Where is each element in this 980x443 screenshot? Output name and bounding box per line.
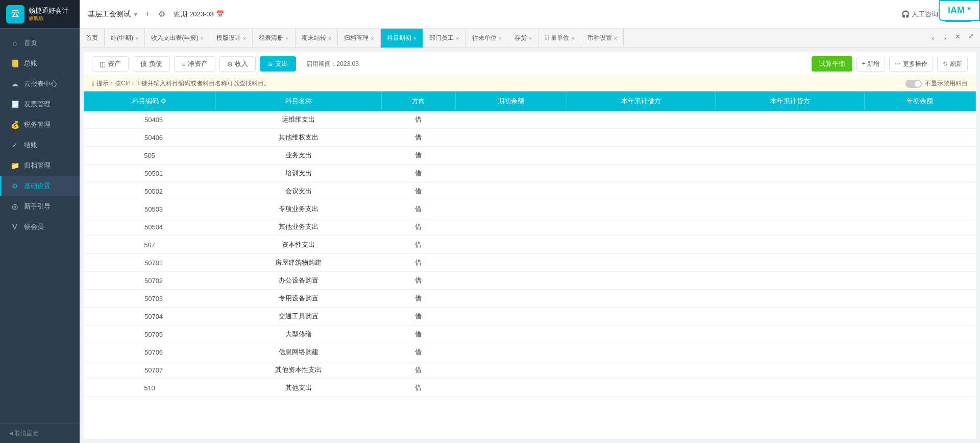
cell-code-7: 507 — [84, 236, 215, 254]
tab-label-9: 往来单位 — [472, 34, 497, 42]
table-row[interactable]: 50704交通工具购置借 — [84, 308, 976, 325]
tab-7[interactable]: 科目期初× — [381, 29, 423, 48]
settings-gear-icon[interactable]: ⚙ — [156, 8, 168, 20]
more-button[interactable]: ⋯ 更多操作 — [889, 57, 933, 72]
cell-balance-5 — [455, 200, 567, 218]
tab-close-4[interactable]: × — [285, 35, 288, 41]
tab-close-all-button[interactable]: × — [951, 32, 964, 44]
tab-1[interactable]: 结(中期)× — [105, 29, 145, 48]
tab-close-12[interactable]: × — [614, 35, 617, 41]
nav-icon-close: ✓ — [10, 140, 20, 150]
toggle-switch[interactable] — [905, 80, 922, 88]
sidebar-item-reports[interactable]: ☁云报表中心 — [0, 74, 80, 94]
table-row[interactable]: 505业务支出借 — [84, 147, 976, 165]
cell-debit-4 — [567, 182, 716, 200]
subtab-支出[interactable]: ≋支出 — [260, 56, 296, 72]
tab-next-button[interactable]: › — [939, 32, 951, 44]
cell-dir-13: 借 — [382, 343, 455, 361]
tab-6[interactable]: 归档管理× — [338, 29, 380, 48]
topbar: 基层工会测试 ▾ ＋ ⚙ 账期 2023-03 📅 🎧 人工咨询 会计 — [80, 0, 980, 29]
tab-3[interactable]: 模版设计× — [210, 29, 253, 48]
table-row[interactable]: 510其他支出借 — [84, 379, 976, 397]
sidebar-item-settings[interactable]: ⚙基础设置 — [0, 176, 80, 196]
cell-dir-6: 借 — [382, 218, 455, 236]
cell-debit-6 — [567, 218, 716, 236]
cell-credit-12 — [716, 325, 865, 343]
col-settings-icon[interactable]: ⚙ — [161, 98, 166, 105]
headset-icon: 🎧 — [901, 10, 910, 18]
tab-close-9[interactable]: × — [499, 35, 502, 41]
table-row[interactable]: 50702办公设备购置借 — [84, 272, 976, 290]
tab-prev-button[interactable]: ‹ — [927, 32, 939, 44]
company-selector[interactable]: 基层工会测试 ▾ — [88, 10, 137, 19]
cell-credit-10 — [716, 290, 865, 308]
tab-9[interactable]: 往来单位× — [466, 29, 508, 48]
table-row[interactable]: 50706信息网络购建借 — [84, 343, 976, 361]
tab-close-1[interactable]: × — [135, 35, 138, 41]
tab-close-5[interactable]: × — [328, 35, 331, 41]
add-company-button[interactable]: ＋ — [141, 8, 154, 20]
disable-toggle[interactable]: 不显示禁用科目 — [905, 79, 968, 88]
period-info-label: 启用期间：2023.03 — [306, 60, 359, 68]
sidebar-item-close[interactable]: ✓结账 — [0, 135, 80, 155]
sidebar-item-member[interactable]: V畅会员 — [0, 217, 80, 237]
table-row[interactable]: 50405运维维支出借 — [84, 111, 976, 129]
service-button[interactable]: 🎧 人工咨询 — [901, 10, 938, 19]
cell-balance-9 — [455, 272, 567, 290]
cell-year-bal-10 — [864, 290, 975, 308]
tab-expand-button[interactable]: ⤢ — [964, 32, 978, 44]
subtab-收入[interactable]: ⊕收入 — [219, 56, 256, 72]
tab-label-10: 存货 — [514, 34, 527, 42]
col-header-2: 方向 — [382, 91, 455, 111]
table-row[interactable]: 50503专项业务支出借 — [84, 200, 976, 218]
cell-name-1: 其他维权支出 — [215, 129, 382, 147]
add-button[interactable]: + 新增 — [856, 57, 885, 72]
subtab-icon-3: ⊕ — [227, 60, 233, 68]
tab-10[interactable]: 存货× — [508, 29, 538, 48]
table-row[interactable]: 50701房屋建筑物购建借 — [84, 254, 976, 272]
tab-close-7[interactable]: × — [413, 35, 416, 41]
subtab-icon-4: ≋ — [267, 60, 273, 68]
tab-close-2[interactable]: × — [200, 35, 203, 41]
tab-close-3[interactable]: × — [243, 35, 246, 41]
tab-close-11[interactable]: × — [571, 35, 574, 41]
subtab-资产[interactable]: ◫资产 — [92, 56, 129, 72]
sidebar-pin-button[interactable]: ◄取消固定 — [0, 424, 80, 443]
subtab-负债[interactable]: 债负债 — [133, 56, 170, 72]
table-row[interactable]: 50504其他业务支出借 — [84, 218, 976, 236]
tab-0[interactable]: 首页 — [80, 29, 105, 48]
tab-8[interactable]: 部门员工× — [423, 29, 465, 48]
cell-year-bal-11 — [864, 308, 975, 325]
cell-credit-9 — [716, 272, 865, 290]
tab-close-10[interactable]: × — [529, 35, 532, 41]
tab-11[interactable]: 计量单位× — [538, 29, 581, 48]
sidebar-item-home[interactable]: ⌂首页 — [0, 33, 80, 53]
tab-12[interactable]: 币种设置× — [581, 29, 624, 48]
tab-close-6[interactable]: × — [371, 35, 374, 41]
tab-4[interactable]: 税表清册× — [253, 29, 295, 48]
table-row[interactable]: 50501培训支出借 — [84, 165, 976, 182]
calc-balance-button[interactable]: 试算平衡 — [812, 56, 852, 72]
calendar-icon[interactable]: 📅 — [216, 10, 224, 18]
sidebar-item-invoice[interactable]: 🧾发票管理 — [0, 94, 80, 114]
cell-debit-0 — [567, 111, 716, 129]
cell-dir-10: 借 — [382, 290, 455, 308]
table-row[interactable]: 50406其他维权支出借 — [84, 129, 976, 147]
cell-balance-2 — [455, 147, 567, 165]
table-row[interactable]: 50502会议支出借 — [84, 182, 976, 200]
table-row[interactable]: 50703专用设备购置借 — [84, 290, 976, 308]
table-row[interactable]: 507资本性支出借 — [84, 236, 976, 254]
cell-debit-7 — [567, 236, 716, 254]
table-row[interactable]: 50707其他资本性支出借 — [84, 361, 976, 379]
sidebar-item-guide[interactable]: ◎新手引导 — [0, 196, 80, 217]
tab-5[interactable]: 期末结转× — [296, 29, 338, 48]
subtab-净资产[interactable]: ≡净资产 — [174, 56, 215, 72]
sidebar-item-ledger[interactable]: 📒总账 — [0, 53, 80, 74]
sidebar-item-tax[interactable]: 💰税务管理 — [0, 114, 80, 135]
table-row[interactable]: 50705大型修缮借 — [84, 325, 976, 343]
refresh-button[interactable]: ↻ 刷新 — [937, 57, 968, 72]
cell-debit-1 — [567, 129, 716, 147]
tab-2[interactable]: 收入支出表(年报)× — [145, 29, 210, 48]
tab-close-8[interactable]: × — [456, 35, 459, 41]
sidebar-item-archive[interactable]: 📁归档管理 — [0, 155, 80, 176]
